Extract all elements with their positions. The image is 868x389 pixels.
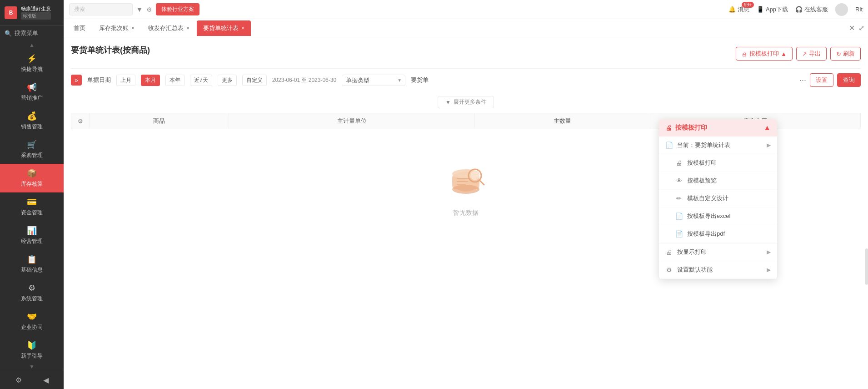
date-btn-7days[interactable]: 近7天 <box>190 75 212 86</box>
sidebar: B 畅康通好生意 标准版 🔍 搜索菜单 ▲ ⚡ 快捷导航 📢 营销推广 💰 销售… <box>0 0 64 389</box>
settings-btn[interactable]: 设置 <box>810 73 833 87</box>
sidebar-item-label: 采购管理 <box>21 152 43 159</box>
tab-receipt-summary[interactable]: 收发存汇总表 × <box>142 20 196 36</box>
sidebar-item-basic-info[interactable]: 📋 基础信息 <box>0 250 64 278</box>
close-tab-btn[interactable]: ✕ <box>849 24 855 32</box>
dropdown-item-label: 模板自定义设计 <box>687 194 728 202</box>
dropdown-item-export-pdf[interactable]: 📄 按模板导出pdf <box>659 225 777 243</box>
printer-icon: 🖨 <box>742 51 748 57</box>
notifications-item[interactable]: 🔔 消息 99+ <box>728 5 749 14</box>
sidebar-item-inventory[interactable]: 📦 库存核算 <box>0 164 64 192</box>
empty-text: 暂无数据 <box>453 209 479 217</box>
app-download-item[interactable]: 📱 App下载 <box>757 5 788 14</box>
sidebar-item-enterprise[interactable]: 🤝 企业协同 <box>0 307 64 336</box>
dropdown-header[interactable]: 🖨 按模板打印 ▲ <box>659 119 777 136</box>
settings-bottom-btn[interactable]: ⚙ <box>15 376 22 384</box>
tab-inventory-batch-label: 库存批次账 <box>99 24 129 32</box>
template-design-icon: ✏ <box>675 195 683 202</box>
export-btn[interactable]: ↗ 导出 <box>796 47 827 61</box>
sidebar-item-label: 基础信息 <box>21 266 43 274</box>
topbar-gear-icon[interactable]: ⚙ <box>146 6 152 13</box>
empty-illustration <box>443 157 489 203</box>
table-header-unit: 主计量单位 <box>229 113 475 129</box>
export-icon: ↗ <box>802 51 807 57</box>
toolbar-dots[interactable]: ··· <box>799 76 806 85</box>
dropdown-item-export-excel[interactable]: 📄 按模板导出excel <box>659 207 777 225</box>
inventory-icon: 📦 <box>27 168 37 178</box>
date-btn-this-year[interactable]: 本年 <box>165 75 185 86</box>
date-btn-last-month[interactable]: 上月 <box>116 75 135 86</box>
sidebar-item-label: 销售管理 <box>21 123 43 131</box>
sidebar-item-label: 营销推广 <box>21 94 43 102</box>
table-gear-icon[interactable]: ⚙ <box>78 118 83 125</box>
dropdown-close-btn[interactable]: ▲ <box>763 124 771 132</box>
customer-service-label: 在线客服 <box>804 5 828 14</box>
doc-type-select[interactable]: 单据类型 <box>342 75 405 86</box>
notifications-badge: 99+ <box>742 2 754 8</box>
sidebar-scroll-up[interactable]: ▲ <box>29 42 35 48</box>
print-template-btn[interactable]: 🖨 按模板打印 ▲ <box>736 47 793 61</box>
date-btn-custom[interactable]: 自定义 <box>242 75 267 86</box>
tab-order-stats[interactable]: 要货单统计表 × <box>197 20 251 36</box>
dropdown-item-label: 按模板导出excel <box>687 212 730 220</box>
app-download-label: App下载 <box>766 5 788 14</box>
export-label: 导出 <box>809 50 821 58</box>
search-menu-item[interactable]: 🔍 搜索菜单 <box>0 25 64 41</box>
side-scrollbar[interactable] <box>865 248 868 285</box>
collapse-sidebar-btn[interactable]: ◀ <box>43 376 49 384</box>
app-tag: 标准版 <box>21 12 51 20</box>
table-header-quantity: 主数量 <box>475 113 650 129</box>
topbar-dropdown-icon[interactable]: ▼ <box>136 6 143 13</box>
maximize-tab-btn[interactable]: ⤢ <box>858 24 864 32</box>
template-print-icon: 🖨 <box>675 159 683 167</box>
user-avatar[interactable] <box>835 3 848 16</box>
svg-line-9 <box>479 180 484 185</box>
dropdown-set-default[interactable]: ⚙ 设置默认功能 ▶ <box>659 261 777 279</box>
sidebar-item-label: 企业协同 <box>21 323 43 331</box>
expand-more-conditions-btn[interactable]: ▼ 展开更多条件 <box>438 96 494 108</box>
tab-inventory-batch-close[interactable]: × <box>131 25 135 31</box>
content-area: 要货单统计表(按商品) 🖨 按模板打印 ▲ ↗ 导出 ↻ 刷新 <box>64 37 868 389</box>
sidebar-scroll-down[interactable]: ▼ <box>29 364 35 370</box>
dropdown-item-template-preview[interactable]: 👁 按模板预览 <box>659 172 777 190</box>
purchase-icon: 🛒 <box>27 140 37 150</box>
template-preview-icon: 👁 <box>675 177 683 184</box>
topbar-right: 🔔 消息 99+ 📱 App下载 🎧 在线客服 Rit <box>728 3 863 16</box>
sidebar-item-label: 新手引导 <box>21 352 43 360</box>
dropdown-current-item[interactable]: 📄 当前：要货单统计表 ▶ <box>659 136 777 154</box>
filter-expand-btn[interactable]: » <box>71 75 82 86</box>
tab-receipt-summary-close[interactable]: × <box>186 25 190 31</box>
marketing-icon: 📢 <box>27 82 37 92</box>
tab-order-stats-label: 要货单统计表 <box>203 24 239 32</box>
sidebar-item-sales[interactable]: 💰 销售管理 <box>0 106 64 135</box>
sidebar-item-guide[interactable]: 🔰 新手引导 <box>0 336 64 363</box>
tab-home[interactable]: 首页 <box>67 20 92 36</box>
date-btn-this-month[interactable]: 本月 <box>141 75 160 86</box>
print-dropdown-menu: 🖨 按模板打印 ▲ 📄 当前：要货单统计表 ▶ 🖨 按模板打印 👁 按模板预览 <box>659 119 777 279</box>
customer-service-item[interactable]: 🎧 在线客服 <box>795 5 828 14</box>
dropdown-item-template-print[interactable]: 🖨 按模板打印 <box>659 154 777 172</box>
expand-label: 展开更多条件 <box>454 98 486 106</box>
tab-order-stats-close[interactable]: × <box>241 25 244 31</box>
tabs-bar: 首页 库存批次账 × 收发存汇总表 × 要货单统计表 × ✕ ⤢ <box>64 19 868 37</box>
sidebar-item-quick-nav[interactable]: ⚡ 快捷导航 <box>0 49 64 78</box>
sidebar-item-marketing[interactable]: 📢 营销推广 <box>0 78 64 106</box>
date-filter-label: 单据日期 <box>87 76 111 84</box>
tab-receipt-summary-label: 收发存汇总表 <box>148 24 184 32</box>
sidebar-item-purchase[interactable]: 🛒 采购管理 <box>0 135 64 164</box>
app-name: 畅康通好生意 <box>21 5 51 12</box>
dropdown-display-print[interactable]: 🖨 按显示打印 ▶ <box>659 243 777 261</box>
date-range-display: 2023-06-01 至 2023-06-30 <box>272 76 336 84</box>
query-btn[interactable]: 查询 <box>837 73 861 87</box>
expand-row: ▼ 展开更多条件 <box>71 96 861 108</box>
refresh-btn[interactable]: ↻ 刷新 <box>830 47 861 61</box>
sidebar-item-finance[interactable]: 💳 资金管理 <box>0 192 64 221</box>
dropdown-item-template-design[interactable]: ✏ 模板自定义设计 <box>659 190 777 207</box>
topbar: 搜索 ▼ ⚙ 体验行业方案 🔔 消息 99+ 📱 App下载 🎧 在线客服 Ri… <box>64 0 868 19</box>
topbar-left: 搜索 ▼ ⚙ 体验行业方案 <box>69 3 724 15</box>
sidebar-item-operations[interactable]: 📊 经营管理 <box>0 221 64 250</box>
industry-solution-btn[interactable]: 体验行业方案 <box>156 3 200 15</box>
sidebar-item-system[interactable]: ⚙ 系统管理 <box>0 278 64 307</box>
date-btn-more[interactable]: 更多 <box>218 75 237 86</box>
tab-inventory-batch[interactable]: 库存批次账 × <box>93 20 141 36</box>
